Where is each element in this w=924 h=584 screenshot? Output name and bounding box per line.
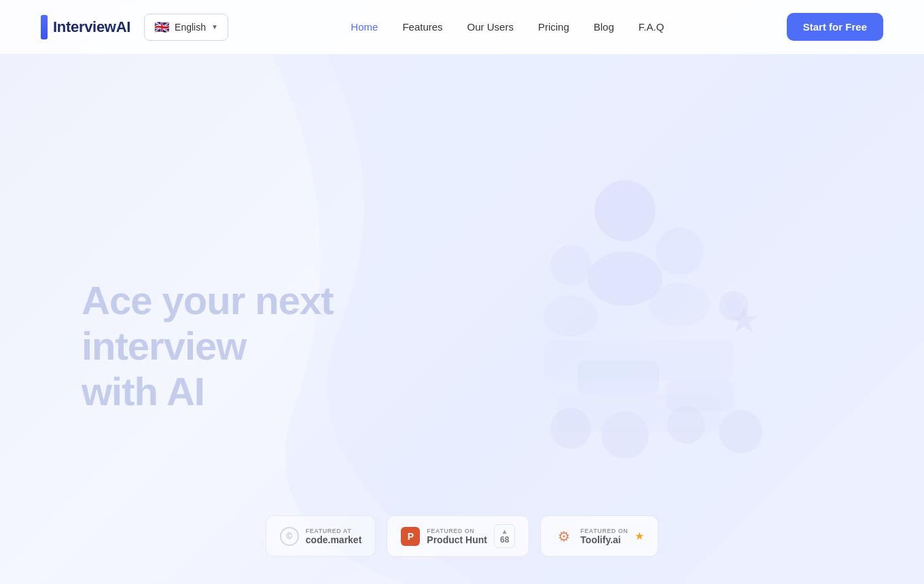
svg-point-10 — [550, 408, 591, 449]
badge-ph-small: FEATURED ON — [427, 528, 487, 534]
svg-rect-15 — [557, 394, 720, 432]
nav-item-our-users[interactable]: Our Users — [467, 21, 514, 33]
badge-code-market[interactable]: © featured at code.market — [266, 515, 376, 557]
svg-point-0 — [594, 180, 656, 241]
nav-item-faq[interactable]: F.A.Q — [639, 21, 664, 33]
badge-toolify[interactable]: ⚙ FEATURED ON Toolify.ai ★ — [540, 515, 658, 557]
nav-item-blog[interactable]: Blog — [594, 21, 614, 33]
badge-ph-main: Product Hunt — [427, 534, 487, 545]
svg-point-5 — [649, 283, 710, 326]
hero-title-line2: with AI — [82, 369, 205, 413]
nav-link-our-users[interactable]: Our Users — [467, 21, 514, 33]
svg-point-2 — [550, 245, 591, 286]
nav-item-features[interactable]: Features — [402, 21, 442, 33]
code-market-icon: © — [280, 527, 299, 546]
logo-text: InterviewAI — [53, 18, 130, 36]
hero-section: Ace your next interview with AI © featur… — [0, 54, 924, 584]
nav-item-home[interactable]: Home — [351, 21, 378, 33]
nav-item-pricing[interactable]: Pricing — [538, 21, 569, 33]
nav-link-home[interactable]: Home — [351, 21, 378, 33]
nav-link-features[interactable]: Features — [402, 21, 442, 33]
badge-toolify-text: FEATURED ON Toolify.ai — [580, 528, 628, 545]
flag-icon: 🇬🇧 — [154, 20, 169, 35]
badge-product-hunt[interactable]: P FEATURED ON Product Hunt ▲ 68 — [387, 515, 529, 557]
badge-code-small: featured at — [306, 528, 351, 534]
product-hunt-icon: P — [401, 527, 420, 546]
badge-toolify-small: FEATURED ON — [580, 528, 628, 534]
ph-upvote[interactable]: ▲ 68 — [494, 524, 515, 548]
svg-point-7 — [726, 298, 742, 314]
badge-toolify-main: Toolify.ai — [580, 534, 628, 545]
badge-code-main: code.market — [306, 534, 361, 545]
nav-links: Home Features Our Users Pricing Blog F.A… — [351, 21, 664, 33]
nav-link-pricing[interactable]: Pricing — [538, 21, 569, 33]
nav-link-blog[interactable]: Blog — [594, 21, 614, 33]
logo-icon — [41, 15, 48, 39]
svg-point-11 — [601, 411, 649, 459]
svg-point-4 — [656, 228, 703, 275]
svg-point-13 — [719, 410, 762, 453]
svg-point-12 — [667, 406, 705, 444]
svg-marker-16 — [730, 306, 758, 332]
svg-rect-14 — [544, 340, 734, 381]
ph-upvote-arrow: ▲ — [501, 528, 508, 535]
hero-title-line1: Ace your next interview — [82, 278, 334, 368]
language-label: English — [175, 22, 206, 33]
badge-ph-text: FEATURED ON Product Hunt — [427, 528, 487, 545]
toolify-star-icon: ★ — [635, 530, 644, 543]
svg-point-6 — [719, 291, 749, 321]
hero-content: Ace your next interview with AI — [0, 224, 408, 414]
start-for-free-button[interactable]: Start for Free — [787, 13, 883, 41]
language-selector[interactable]: 🇬🇧 English ▼ — [144, 14, 228, 41]
svg-point-3 — [544, 296, 598, 337]
svg-point-1 — [588, 252, 662, 306]
navbar: InterviewAI 🇬🇧 English ▼ Home Features O… — [0, 0, 924, 54]
ph-count: 68 — [500, 535, 509, 545]
navbar-left: InterviewAI 🇬🇧 English ▼ — [41, 14, 228, 41]
ph-letter: P — [408, 531, 414, 542]
logo[interactable]: InterviewAI — [41, 15, 130, 39]
toolify-icon: ⚙ — [554, 527, 573, 546]
chevron-down-icon: ▼ — [211, 23, 218, 31]
hero-title: Ace your next interview with AI — [82, 278, 367, 414]
svg-rect-9 — [666, 381, 734, 411]
svg-rect-8 — [578, 360, 659, 394]
badge-code-text: featured at code.market — [306, 528, 361, 545]
bottom-badges: © featured at code.market P FEATURED ON … — [0, 515, 924, 557]
nav-link-faq[interactable]: F.A.Q — [639, 21, 664, 33]
navbar-right: Start for Free — [787, 13, 883, 41]
